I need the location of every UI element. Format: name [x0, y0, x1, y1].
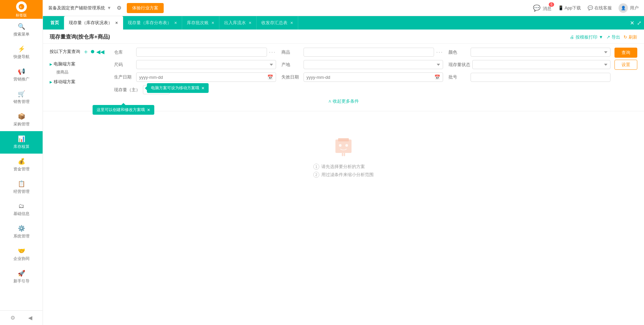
tab-summary[interactable]: 收发存汇总表 ✕ [257, 16, 298, 30]
tab-close-flow[interactable]: ✕ [249, 21, 252, 25]
avatar: 👤 [619, 3, 628, 13]
svg-rect-6 [342, 153, 343, 156]
purchase-icon: 📦 [18, 113, 25, 120]
sidebar-item-guide[interactable]: 🚀 新手引导 [0, 266, 43, 288]
scheme-tooltip-close[interactable]: ✕ [201, 86, 205, 91]
goods-field: 商品 ··· [281, 48, 443, 57]
sidebar-item-search[interactable]: 🔍 搜索菜单 [0, 19, 43, 41]
goods-input[interactable] [304, 48, 434, 57]
tab-home[interactable]: 首页 [46, 16, 64, 30]
system-icon: ⚙️ [18, 225, 25, 232]
tab-inventory-status[interactable]: 现存量（库存状况表） ✕ [64, 16, 123, 30]
tab-close-inventory-status[interactable]: ✕ [115, 21, 118, 25]
svg-rect-3 [338, 138, 349, 142]
top-header: 装备及固定资产辅助管理系统 ▼ ⚙ 体验行业方案 💬 6 消息 📱 App下载 … [43, 0, 644, 16]
mfg-date-field: 生产日期 📅 [114, 72, 276, 82]
sidebar-item-quicknav[interactable]: ⚡ 快捷导航 [0, 41, 43, 64]
color-control [471, 48, 610, 57]
sidebar: 6 标签版 🔍 搜索菜单 ⚡ 快捷导航 📢 营销推广 🛒 销售管理 📦 采购管理… [0, 0, 43, 325]
quicknav-icon: ⚡ [18, 45, 25, 53]
marketing-icon: 📢 [18, 68, 25, 75]
exp-date-input[interactable] [307, 75, 433, 80]
reset-button[interactable]: 设置 [614, 60, 637, 70]
message-icon-wrapper[interactable]: 💬 6 消息 [533, 4, 551, 12]
settings-footer-btn[interactable]: ⚙ [10, 315, 15, 321]
collapse-icon: ∧ [328, 99, 332, 104]
tab-flow[interactable]: 出入库流水 ✕ [219, 16, 257, 30]
tab-close-batch-account[interactable]: ✕ [211, 21, 214, 25]
batch-input[interactable] [471, 73, 610, 82]
scheme-group-desktop: ▶ 电脑端方案 接商品 [50, 60, 110, 76]
sidebar-item-sales[interactable]: 🛒 销售管理 [0, 86, 43, 109]
arrow-left-icon[interactable]: ◀◀ [96, 49, 104, 55]
scheme-item-goods[interactable]: 接商品 [50, 68, 110, 76]
app-download-link[interactable]: 📱 App下载 [558, 5, 581, 11]
system-dropdown-icon[interactable]: ▼ [107, 5, 111, 10]
mfg-date-input[interactable] [139, 75, 266, 80]
origin-select[interactable] [304, 60, 443, 69]
size-field: 尺码 [114, 60, 276, 69]
color-select[interactable] [471, 48, 610, 57]
color-label: 颜色 [448, 49, 469, 55]
main-content: 装备及固定资产辅助管理系统 ▼ ⚙ 体验行业方案 💬 6 消息 📱 App下载 … [43, 0, 644, 325]
exp-date-control: 📅 [304, 72, 443, 82]
sidebar-item-system[interactable]: ⚙️ 系统管理 [0, 221, 43, 243]
online-support-link[interactable]: 💬 在线客服 [588, 5, 612, 11]
tab-close-inventory-distribution[interactable]: ✕ [174, 21, 177, 25]
batch-field: 批号 [448, 72, 610, 82]
tab-close-summary[interactable]: ✕ [290, 21, 293, 25]
tab-inventory-distribution[interactable]: 现存量（库存分布表） ✕ [123, 16, 182, 30]
inventory-label: 现存量（主） [114, 87, 140, 93]
color-field: 颜色 [448, 48, 610, 57]
warehouse-input[interactable] [136, 48, 267, 57]
filter-left: 按以下方案查询 ＋ ◀◀ ▶ 电脑端方案 [50, 48, 110, 90]
goods-label: 商品 [281, 49, 302, 55]
tab-maximize-btn[interactable]: ⤢ [637, 20, 641, 26]
warehouse-dots[interactable]: ··· [269, 49, 276, 56]
print-template-btn[interactable]: 🖨 按模板打印 ▼ [570, 34, 603, 40]
search-button[interactable]: 查询 [614, 48, 637, 58]
scheme-tooltip-text: 电脑方案可设为移动方案哦 [151, 85, 199, 91]
add-scheme-btn[interactable]: ＋ [83, 48, 89, 56]
svg-point-4 [339, 144, 341, 147]
scheme-group-desktop-title[interactable]: ▶ 电脑端方案 [50, 60, 110, 68]
goods-dots[interactable]: ··· [436, 49, 443, 56]
sidebar-footer: ⚙ ◀ [0, 310, 43, 325]
edit-tooltip: 这里可以创建和修改方案哦 ✕ [93, 105, 154, 115]
mfg-date-calendar-icon[interactable]: 📅 [267, 74, 273, 80]
trial-button[interactable]: 体验行业方案 [127, 3, 164, 13]
sidebar-item-marketing[interactable]: 📢 营销推广 [0, 64, 43, 86]
tab-bar-actions: ✕ ⤢ [630, 20, 641, 26]
message-badge: 6 [549, 2, 554, 7]
sidebar-item-finance[interactable]: 💰 资金管理 [0, 154, 43, 176]
scheme-group-mobile: ▶ 移动端方案 [50, 77, 110, 86]
refresh-btn[interactable]: ↻ 刷新 [624, 34, 637, 40]
export-btn[interactable]: ↗ 导出 [606, 34, 620, 40]
sidebar-item-operations[interactable]: 📋 经营管理 [0, 176, 43, 199]
tab-minimize-btn[interactable]: ✕ [630, 20, 634, 26]
filter-label: 按以下方案查询 [50, 49, 80, 55]
stock-status-select[interactable] [472, 60, 610, 69]
tab-batch-account[interactable]: 库存批次账 ✕ [182, 16, 219, 30]
scheme-group-mobile-title[interactable]: ▶ 移动端方案 [50, 77, 110, 86]
filter-grid: 仓库 ··· 商品 ··· [114, 48, 610, 82]
size-label: 尺码 [114, 62, 134, 68]
sidebar-item-inventory[interactable]: 📊 库存核算 [0, 131, 43, 154]
empty-illustration [330, 131, 357, 158]
collapse-sidebar-btn[interactable]: ◀ [28, 315, 32, 321]
sidebar-item-basic[interactable]: 🗂 基础信息 [0, 199, 43, 221]
goods-control [304, 48, 434, 57]
user-area[interactable]: 👤 用户 [619, 3, 639, 13]
svg-text:6: 6 [20, 5, 21, 9]
sidebar-item-enterprise[interactable]: 🤝 企业协同 [0, 243, 43, 266]
header-settings-icon[interactable]: ⚙ [117, 5, 121, 11]
size-select[interactable] [136, 60, 276, 69]
filter-header: 按以下方案查询 ＋ ◀◀ [50, 48, 110, 56]
edit-tooltip-close[interactable]: ✕ [147, 108, 150, 112]
tip-num-2: 2 [313, 172, 319, 178]
page-actions: 🖨 按模板打印 ▼ ↗ 导出 ↻ 刷新 [570, 34, 637, 40]
sidebar-item-purchase[interactable]: 📦 采购管理 [0, 109, 43, 131]
exp-date-calendar-icon[interactable]: 📅 [434, 74, 440, 80]
guide-icon: 🚀 [18, 270, 25, 277]
warehouse-label: 仓库 [114, 49, 134, 55]
